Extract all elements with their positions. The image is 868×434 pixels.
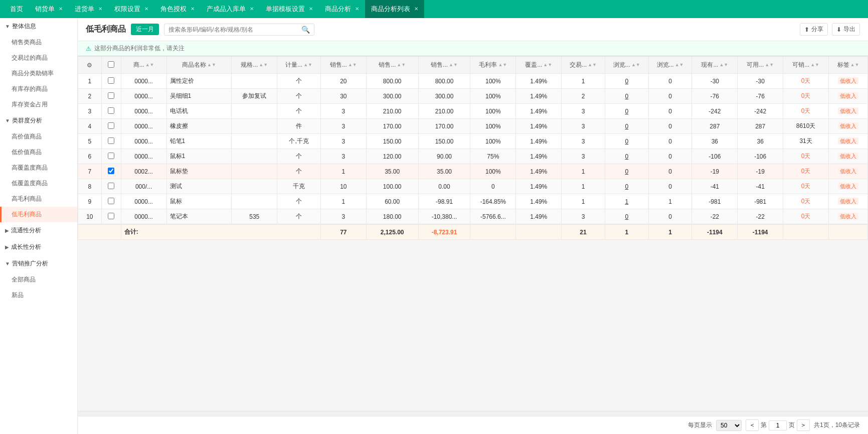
row-checkbox-cell[interactable] [101,89,121,104]
row-checkbox[interactable] [108,213,114,219]
row-browse1[interactable]: 0 [605,89,648,104]
sidebar-item-sales-products[interactable]: 销售类商品 [0,35,77,50]
row-browse1[interactable]: 0 [605,209,648,225]
sidebar-section-marketing[interactable]: ▼ 营销推广分析 [0,255,77,272]
sidebar-item-instock-products[interactable]: 有库存的商品 [0,81,77,97]
row-checkbox-cell[interactable] [101,209,121,225]
close-icon[interactable]: ✕ [355,0,359,18]
row-checkbox-cell[interactable] [101,164,121,179]
th-checkbox[interactable] [101,57,121,74]
close-icon[interactable]: ✕ [414,0,418,18]
nav-product-analysis[interactable]: 商品分析 ✕ [319,0,365,18]
nav-product-inbound[interactable]: 产成品入库单 ✕ [201,0,260,18]
sidebar-section-growth[interactable]: ▶ 成长性分析 [0,239,77,255]
browse-count-link[interactable]: 0 [625,153,628,160]
nav-template-settings[interactable]: 单据模板设置 ✕ [260,0,319,18]
row-checkbox[interactable] [108,122,114,129]
browse-count-link[interactable]: 0 [625,123,628,130]
prev-page-button[interactable]: ＜ [746,419,759,431]
export-button[interactable]: ⬇ 导出 [832,23,860,36]
browse-count-link[interactable]: 0 [625,108,628,115]
row-browse1[interactable]: 0 [605,149,648,164]
browse-count-link[interactable]: 0 [625,213,628,220]
next-page-button[interactable]: ＞ [797,419,810,431]
settings-icon[interactable]: ⚙ [87,62,92,69]
row-browse1[interactable]: 0 [605,179,648,194]
nav-sales-order[interactable]: 销货单 ✕ [29,0,69,18]
sidebar-item-high-value[interactable]: 高价值商品 [0,129,77,144]
browse-count-link[interactable]: 0 [625,168,628,175]
close-icon[interactable]: ✕ [98,0,102,18]
browse-count-link[interactable]: 0 [625,138,628,145]
per-page-select[interactable]: 50 20 100 [716,420,742,431]
row-checkbox[interactable] [108,198,114,204]
th-tag[interactable]: 标签▲▼ [828,57,867,74]
row-browse1[interactable]: 0 [605,74,648,89]
sidebar-item-capital-usage[interactable]: 库存资金占用 [0,97,77,112]
th-browse1[interactable]: 浏览...▲▼ [605,57,648,74]
sidebar-section-circulation[interactable]: ▶ 流通性分析 [0,222,77,239]
nav-home[interactable]: 首页 [4,0,29,18]
sidebar-item-all-products[interactable]: 全部商品 [0,272,77,287]
browse-count-link[interactable]: 0 [625,78,628,85]
th-salable-days[interactable]: 可销...▲▼ [783,57,829,74]
row-checkbox-cell[interactable] [101,134,121,149]
search-input[interactable] [168,26,299,33]
th-settings[interactable]: ⚙ [78,57,102,74]
th-available-stock[interactable]: 可用...▲▼ [738,57,783,74]
th-trade[interactable]: 交易...▲▼ [562,57,605,74]
row-checkbox[interactable] [108,183,114,189]
row-checkbox-cell[interactable] [101,74,121,89]
row-checkbox-cell[interactable] [101,119,121,134]
sidebar-item-low-margin[interactable]: 低毛利商品 [0,207,77,222]
sidebar-item-category-assist[interactable]: 商品分类助销率 [0,66,77,81]
th-browse2[interactable]: 浏览...▲▼ [648,57,692,74]
th-sale-amount[interactable]: 销售...▲▼ [366,57,418,74]
share-button[interactable]: ⬆ 分享 [800,23,828,36]
row-checkbox[interactable] [108,77,114,84]
row-checkbox-cell[interactable] [101,149,121,164]
browse-count-link[interactable]: 1 [625,198,628,205]
sidebar-item-high-coverage[interactable]: 高覆盖度商品 [0,160,77,176]
row-checkbox[interactable] [108,153,114,159]
th-code[interactable]: 商...▲▼ [121,57,166,74]
row-checkbox[interactable] [108,92,114,99]
horizontal-scrollbar[interactable] [78,411,868,416]
row-browse1[interactable]: 1 [605,194,648,209]
th-spec[interactable]: 规格...▲▼ [232,57,277,74]
th-sale-qty[interactable]: 销售...▲▼ [320,57,366,74]
nav-permission-settings[interactable]: 权限设置 ✕ [108,0,154,18]
search-icon[interactable]: 🔍 [301,26,310,34]
th-name[interactable]: 商品名称▲▼ [166,57,232,74]
row-checkbox-cell[interactable] [101,194,121,209]
browse-count-link[interactable]: 0 [625,183,628,190]
row-checkbox-cell[interactable] [101,104,121,119]
th-current-stock[interactable]: 现有...▲▼ [692,57,738,74]
close-icon[interactable]: ✕ [191,0,195,18]
sidebar-item-new-products[interactable]: 新品 [0,287,77,303]
row-checkbox[interactable] [108,168,114,174]
row-checkbox[interactable] [108,107,114,114]
page-number-input[interactable] [769,420,787,430]
sidebar-item-traded-products[interactable]: 交易过的商品 [0,50,77,66]
nav-role-auth[interactable]: 角色授权 ✕ [154,0,201,18]
th-sale-profit[interactable]: 销售...▲▼ [418,57,470,74]
sidebar-section-cluster[interactable]: ▼ 类群度分析 [0,112,77,129]
period-button[interactable]: 近一月 [131,24,159,35]
nav-product-analysis-list[interactable]: 商品分析列表 ✕ [365,0,424,18]
sidebar-item-low-coverage[interactable]: 低覆盖度商品 [0,176,77,191]
row-browse1[interactable]: 0 [605,104,648,119]
th-coverage[interactable]: 覆盖...▲▼ [516,57,562,74]
th-margin-rate[interactable]: 毛利率▲▼ [470,57,516,74]
row-checkbox[interactable] [108,137,114,144]
close-icon[interactable]: ✕ [250,0,254,18]
sidebar-item-low-value[interactable]: 低价值商品 [0,144,77,160]
browse-count-link[interactable]: 0 [625,93,628,100]
sidebar-section-overall[interactable]: ▼ 整体信息 [0,18,77,35]
row-browse1[interactable]: 0 [605,119,648,134]
close-icon[interactable]: ✕ [309,0,313,18]
row-browse1[interactable]: 0 [605,134,648,149]
close-icon[interactable]: ✕ [144,0,148,18]
sidebar-item-high-margin[interactable]: 高毛利商品 [0,191,77,207]
nav-purchase-order[interactable]: 进货单 ✕ [69,0,108,18]
